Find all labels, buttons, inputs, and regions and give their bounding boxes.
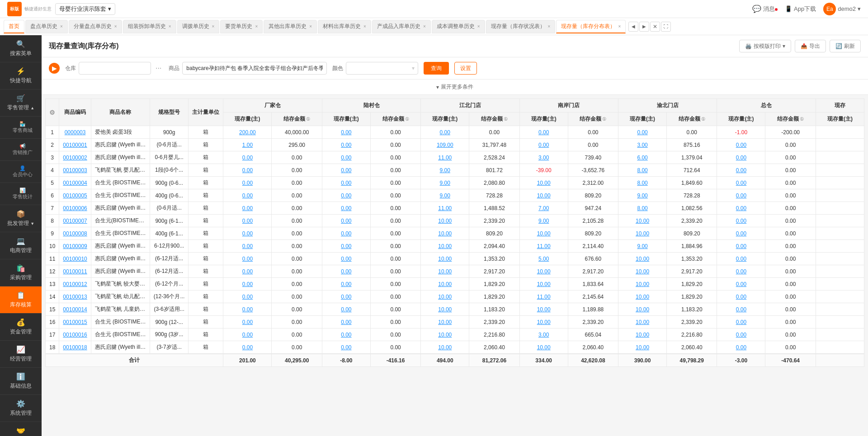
tab-assembly[interactable]: 组装拆卸单历史 × xyxy=(123,20,176,33)
goods-code[interactable]: 00100009 xyxy=(63,243,87,249)
close-icon[interactable]: × xyxy=(114,24,117,29)
goods-code[interactable]: 00100001 xyxy=(63,142,87,148)
close-icon[interactable]: × xyxy=(363,24,366,29)
settings-icon[interactable]: ⚙ xyxy=(49,109,55,116)
goods-code[interactable]: 00100007 xyxy=(63,218,87,224)
sidebar-item-system[interactable]: ⚙️ 系统管理 xyxy=(0,395,42,422)
goods-unit: 箱 xyxy=(189,265,223,278)
sidebar-item-wholesale[interactable]: 📦 批发管理 ▼ xyxy=(0,205,42,232)
tab-scroll-left[interactable]: ◀ xyxy=(628,22,638,32)
info-icon[interactable]: ① xyxy=(405,117,409,122)
setting-btn[interactable]: 设置 xyxy=(454,62,477,75)
goods-code[interactable]: 00100011 xyxy=(63,268,87,275)
messages-btn[interactable]: 💬 消息 xyxy=(752,5,778,13)
warehouse-more-btn[interactable]: ··· xyxy=(154,64,163,72)
sidebar-item-retail-stats[interactable]: 📊 零售统计 xyxy=(0,183,42,205)
sidebar-item-retail[interactable]: 🛒 零售管理 ▲ xyxy=(0,89,42,117)
sidebar-item-store[interactable]: 🏪 零售商城 xyxy=(0,117,42,139)
goods-code[interactable]: 00100013 xyxy=(63,294,87,300)
goods-code[interactable]: 0000003 xyxy=(65,129,86,136)
tab-product-inbound[interactable]: 产成品入库单历史 × xyxy=(372,20,431,33)
goods-input[interactable] xyxy=(182,62,327,75)
goods-code[interactable]: 00100008 xyxy=(63,230,87,237)
info-icon[interactable]: ① xyxy=(701,117,705,122)
nav-tabs-bar: 首页 盘点单历史 × 分量盘点单历史 × 组装拆卸单历史 × 调拨单历史 × 要… xyxy=(0,18,868,35)
tab-scroll-right[interactable]: ▶ xyxy=(639,22,649,32)
sidebar-item-members[interactable]: 👤 会员中心 xyxy=(0,161,42,183)
sidebar-item-ecommerce[interactable]: 💻 电商管理 xyxy=(0,232,42,259)
info-icon[interactable]: ① xyxy=(504,117,508,122)
goods-code[interactable]: 00100012 xyxy=(63,281,87,287)
info-icon[interactable]: ① xyxy=(306,117,310,122)
goods-code[interactable]: 00100002 xyxy=(63,155,87,161)
close-icon[interactable]: × xyxy=(548,24,551,29)
goods-code[interactable]: 00100004 xyxy=(63,180,87,186)
goods-unit: 箱 xyxy=(189,215,223,227)
goods-spec: (6-12个月... xyxy=(150,278,189,291)
close-icon[interactable]: × xyxy=(618,24,621,29)
sidebar-item-quicknav[interactable]: ⚡ 快捷导航 xyxy=(0,62,42,89)
goods-code[interactable]: 00100005 xyxy=(63,192,87,199)
tab-cost-adjust[interactable]: 成本调整单历史 × xyxy=(432,20,485,33)
refresh-btn[interactable]: 🔄 刷新 xyxy=(830,40,861,52)
finance-icon: 💰 xyxy=(0,318,42,327)
table-row: 12 00100011 惠氏启腱 (Wyeth illu... (6-12月适.… xyxy=(46,265,864,278)
search-btn[interactable]: 查询 xyxy=(424,62,449,75)
goods-code[interactable]: 00100018 xyxy=(63,344,87,351)
tab-other-outbound[interactable]: 其他出库单历史 × xyxy=(264,20,317,33)
goods-code[interactable]: 00100006 xyxy=(63,205,87,211)
sidebar-item-finance[interactable]: 💰 资金管理 xyxy=(0,314,42,341)
user-area[interactable]: Ea demo2 ▾ xyxy=(823,3,861,15)
sidebar-item-search[interactable]: 🔍 搜索英单 xyxy=(0,35,42,62)
goods-code[interactable]: 00100015 xyxy=(63,319,87,325)
tab-requisition[interactable]: 要货单历史 × xyxy=(220,20,263,33)
goods-name: 惠氏启腱 (Wyeth illu... xyxy=(91,139,150,151)
close-icon[interactable]: × xyxy=(309,24,312,29)
sidebar-item-basics[interactable]: ℹ️ 基础信息 xyxy=(0,368,42,395)
goods-code[interactable]: 00100010 xyxy=(63,256,87,262)
close-icon[interactable]: × xyxy=(60,24,63,29)
sidebar-retail-label: 零售管理 xyxy=(7,104,29,111)
tab-inventory-history[interactable]: 盘点单历史 × xyxy=(25,20,68,33)
print-btn[interactable]: 🖨️ 按模版打印 ▾ xyxy=(739,40,791,52)
tab-material-outbound[interactable]: 材料出库单历史 × xyxy=(318,20,371,33)
expand-more-btn[interactable]: ▾ 展开更多条件 xyxy=(434,81,475,93)
tab-home[interactable]: 首页 xyxy=(4,20,24,33)
close-icon[interactable]: × xyxy=(169,24,171,29)
info-icon[interactable]: ① xyxy=(602,117,606,122)
th-goods-name: 商品名称 xyxy=(91,99,150,126)
retail-icon: 🛒 xyxy=(0,94,42,103)
close-icon[interactable]: × xyxy=(477,24,480,29)
collapse-btn[interactable]: ▶ xyxy=(49,63,60,74)
close-icon[interactable]: × xyxy=(423,24,426,29)
tab-close-all[interactable]: ✕ xyxy=(650,22,660,32)
warehouse-input[interactable] xyxy=(79,62,151,75)
app-download-btn[interactable]: 📱 App下载 xyxy=(785,5,816,13)
tab-partial-inventory[interactable]: 分量盘点单历史 × xyxy=(69,20,122,33)
industry-selector[interactable]: 母婴行业演示陈套 ▾ xyxy=(55,3,115,15)
info-icon[interactable]: ① xyxy=(800,117,804,122)
tab-current-stock-distribution[interactable]: 现存量（库存分布表） × xyxy=(556,20,626,33)
sidebar-item-inventory[interactable]: 📋 库存核算 xyxy=(0,286,42,314)
goods-code[interactable]: 00100003 xyxy=(63,167,87,173)
sidebar-item-operations[interactable]: 📈 经营管理 xyxy=(0,341,42,368)
sidebar-item-purchase[interactable]: 🛍️ 采购管理 xyxy=(0,259,42,286)
sidebar-wholesale-label: 批发管理 xyxy=(7,220,29,226)
th-factory-warehouse: 厂家仓 xyxy=(223,99,322,113)
tab-expand[interactable]: ⛶ xyxy=(661,22,671,32)
close-icon[interactable]: × xyxy=(212,24,215,29)
goods-code[interactable]: 00100014 xyxy=(63,306,87,313)
expand-icon: ▲ xyxy=(30,106,34,110)
export-btn[interactable]: 📤 导出 xyxy=(795,40,826,52)
th-settings[interactable]: ⚙ xyxy=(46,99,59,126)
goods-spec: 400g (6-1... xyxy=(150,227,189,240)
sidebar-item-marketing[interactable]: 📢 营销推广 xyxy=(0,139,42,161)
tab-current-stock-status[interactable]: 现存量（库存状况表） × xyxy=(486,20,556,33)
logo-icon: 标版 xyxy=(7,2,22,16)
close-icon[interactable]: × xyxy=(255,24,258,29)
goods-code[interactable]: 00100016 xyxy=(63,332,87,338)
search-icon: 🔍 xyxy=(0,40,42,48)
sidebar-item-enterprise[interactable]: 🤝 企业协同 xyxy=(0,422,42,436)
color-input[interactable] xyxy=(346,62,418,75)
tab-transfer[interactable]: 调拨单历史 × xyxy=(177,20,220,33)
